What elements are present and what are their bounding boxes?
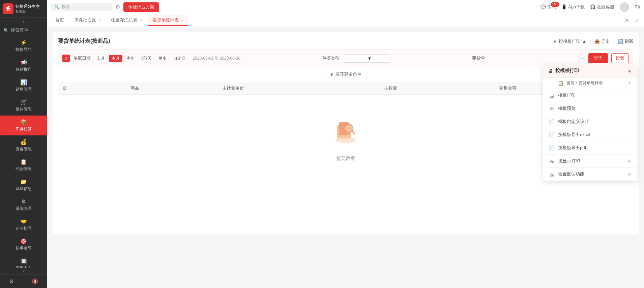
type-label: 单据类型 — [322, 55, 340, 61]
download-icon: 📱 — [561, 4, 567, 9]
sidebar-search[interactable]: 🔍 搜索菜单 — [0, 25, 47, 36]
dropdown-item-template-print[interactable]: 🖨模板打印 — [543, 89, 637, 102]
page-title: 要货单统计表(按商品) — [58, 38, 110, 45]
export-label: 导出 — [601, 38, 610, 44]
app-download-btn[interactable]: 📱 App下载 — [561, 4, 585, 10]
sidebar-item-marketing[interactable]: 📢营销推广 — [0, 56, 47, 76]
dropdown-item-display-print[interactable]: 🖨按显示打印▶ — [543, 155, 637, 168]
dropdown-item-template-export-excel[interactable]: 📄按模板导出excel — [543, 128, 637, 141]
tab-home[interactable]: 首页 — [51, 15, 69, 26]
tab-close-receipt-summary[interactable]: × — [140, 18, 142, 22]
settings-btn[interactable]: 设置 — [611, 53, 629, 63]
svg-rect-5 — [341, 125, 345, 126]
date-tab-近7天[interactable]: 近7天 — [139, 55, 154, 62]
sidebar-item-operation[interactable]: 📋经营管理 — [0, 155, 47, 175]
type-select[interactable]: ▼ — [343, 54, 390, 63]
sidebar-scroll-up[interactable]: ▲ — [0, 18, 47, 25]
trial-button[interactable]: 体验行业方案 — [123, 2, 159, 12]
message-btn[interactable]: 💬 消息 99+ — [540, 4, 556, 10]
purchase-icon: 🛒 — [20, 99, 27, 105]
user-avatar[interactable] — [620, 2, 629, 12]
main-area: 🔍 搜索 ⚙ 体验行业方案 💬 消息 99+ 📱 App下载 🎧 在线客服 Ri… — [47, 0, 644, 288]
template-design-label: 模板自定义设计 — [558, 119, 589, 125]
default-settings-label: 设置默认功能 — [558, 171, 584, 177]
sidebar-item-enterprise[interactable]: 🤝企业协同 — [0, 215, 47, 235]
content-area: 要货单统计表(按商品) 🖨 按模板打印 ▲ | 📤 导出 | 🔄 — [47, 27, 644, 288]
filter-expand-btn[interactable]: » — [62, 55, 70, 62]
col-header-settings: ⚙ — [58, 82, 126, 95]
sales-icon: 📊 — [20, 79, 27, 86]
operation-label: 经营管理 — [16, 166, 32, 172]
date-tab-自定义[interactable]: 自定义 — [171, 55, 188, 62]
sidebar-item-guide[interactable]: 🎯新手引导 — [0, 235, 47, 255]
date-tab-更多[interactable]: 更多 — [156, 55, 169, 62]
date-tab-本年[interactable]: 本年 — [124, 55, 137, 62]
tab-receipt-summary[interactable]: 收发存汇总表× — [106, 15, 147, 26]
marketing-label: 营销推广 — [16, 67, 32, 72]
tab-close-inventory-batch[interactable]: × — [99, 18, 101, 22]
dropdown-item-template-preview[interactable]: 👁模板预览 — [543, 102, 637, 115]
col-header-product: 商品 — [126, 82, 218, 95]
username-label: Rit — [635, 4, 640, 9]
export-btn[interactable]: 📤 导出 — [594, 38, 610, 44]
refresh-btn[interactable]: 🔄 刷新 — [618, 38, 633, 44]
close-tab-icon[interactable]: ✕ — [623, 17, 631, 24]
dropdown-close-btn[interactable]: ▲ — [627, 68, 632, 74]
expand-tab-icon[interactable]: ⤢ — [633, 17, 641, 24]
expand-arrow: ▶ — [628, 159, 632, 163]
settings-icon[interactable]: ⚙ — [9, 278, 14, 285]
print-template-btn[interactable]: 🖨 按模板打印 ▲ — [553, 38, 586, 44]
table-settings-icon[interactable]: ⚙ — [62, 85, 67, 91]
order-type-label: 要货单 — [472, 55, 485, 61]
col-header-quantity: 主数量 — [380, 82, 495, 95]
sidebar-scroll-down[interactable]: ▼ — [0, 268, 47, 275]
enterprise-label: 企业协同 — [16, 226, 32, 231]
template-design-icon: 📄 — [549, 119, 555, 125]
operation-icon: 📋 — [20, 159, 27, 165]
dropdown-item-template-export-pdf[interactable]: 📄按模板导出pdf — [543, 141, 637, 155]
more-options-icon[interactable]: ··· — [580, 55, 585, 62]
sidebar-item-inventory[interactable]: 📦库存核算 — [0, 116, 47, 135]
chevron-down-icon: ▼ — [367, 56, 386, 61]
guide-label: 新手引导 — [16, 246, 32, 251]
app-download-label: App下载 — [568, 4, 585, 10]
sidebar-item-quick-nav[interactable]: ⚡快捷导航 — [0, 36, 47, 56]
sidebar-item-system[interactable]: ⚙系统管理 — [0, 195, 47, 215]
template-export-excel-icon: 📄 — [549, 132, 555, 138]
refresh-icon: 🔄 — [618, 39, 623, 44]
expand-more-btn[interactable]: ▼ 展开更多条件 — [325, 70, 367, 79]
query-btn[interactable]: 查询 — [588, 53, 608, 63]
template-preview-label: 模板预览 — [558, 105, 576, 111]
default-settings-icon: 🖨 — [549, 171, 555, 177]
tab-order-stats[interactable]: 要货单统计表× — [148, 15, 188, 26]
tab-close-order-stats[interactable]: × — [181, 18, 183, 22]
dropdown-item-template-design[interactable]: 📄模板自定义设计 — [543, 115, 637, 128]
dropdown-current-item[interactable]: 📋 当前：要货单统计表 ▼ — [543, 77, 637, 89]
app-logo-icon: 畅 — [3, 3, 13, 14]
search-icon: 🔍 — [3, 28, 9, 33]
marketing-icon: 📢 — [20, 59, 27, 66]
sidebar-item-basic[interactable]: 📁基础信息 — [0, 175, 47, 195]
sidebar: 畅 畅捷通好生意 标准版 ▲ 🔍 搜索菜单 ⚡快捷导航📢营销推广📊销售管理🛒采购… — [0, 0, 47, 288]
dropdown-item-default-settings[interactable]: 🖨设置默认功能▶ — [543, 168, 637, 181]
display-print-icon: 🖨 — [549, 158, 555, 164]
app-name-block: 畅捷通好生意 标准版 — [16, 4, 40, 14]
tab-inventory-batch[interactable]: 库存批次账× — [69, 15, 106, 26]
refresh-label: 刷新 — [624, 38, 633, 44]
sidebar-item-appstore[interactable]: 🔲应用中心 — [0, 255, 47, 268]
topbar-search[interactable]: 🔍 搜索 — [51, 3, 112, 11]
sound-icon[interactable]: 🔇 — [32, 278, 38, 285]
empty-text: 暂无数据 — [336, 156, 355, 162]
date-tab-本月[interactable]: 本月 — [109, 55, 122, 62]
print-icon: 🖨 — [553, 39, 557, 44]
template-preview-icon: 👁 — [549, 106, 555, 111]
sidebar-item-sales[interactable]: 📊销售管理 — [0, 76, 47, 96]
sidebar-item-finance[interactable]: 💰资金管理 — [0, 135, 47, 155]
date-tab-上月[interactable]: 上月 — [94, 55, 108, 62]
online-service-btn[interactable]: 🎧 在线客服 — [590, 4, 614, 10]
enterprise-icon: 🤝 — [20, 218, 27, 225]
topbar-gear-icon[interactable]: ⚙ — [115, 4, 120, 10]
chevron-up-icon: ▲ — [582, 39, 586, 44]
template-export-pdf-icon: 📄 — [549, 145, 555, 151]
sidebar-item-purchase[interactable]: 🛒采购管理 — [0, 96, 47, 116]
